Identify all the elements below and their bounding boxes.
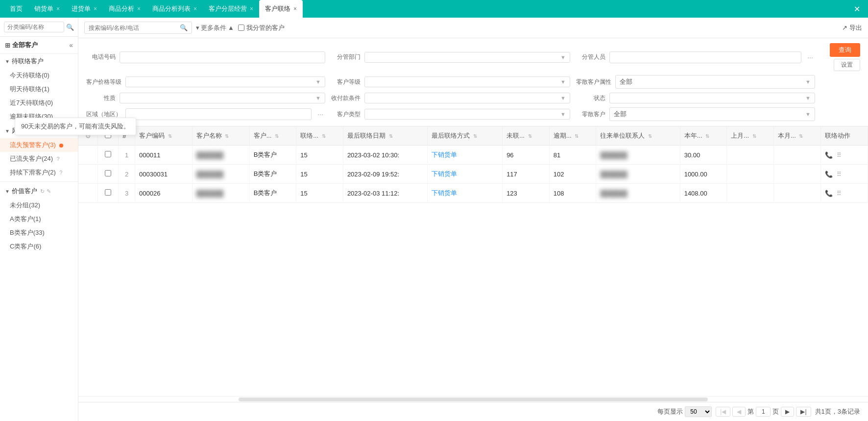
filter-field-customer-level: 客户等级 ▼ <box>331 76 570 87</box>
close-sales-tab[interactable]: × <box>56 5 60 12</box>
settings-button[interactable]: 设置 <box>834 59 860 71</box>
filter-search-icon[interactable]: 🔍 <box>180 24 188 31</box>
close-analysis-list-tab[interactable]: × <box>193 5 197 12</box>
region-dots-icon[interactable]: ··· <box>315 110 325 118</box>
table-area: ⚙ # 客户编码 ⇅ 客户名称 ⇅ <box>78 126 868 396</box>
tab-customer-contact[interactable]: 客户联络 × <box>259 0 303 18</box>
last-contact-method-column-header[interactable]: 最后联络方式 ⇅ <box>428 126 503 146</box>
horizontal-scrollbar[interactable] <box>78 396 868 402</box>
sidebar-item-7days[interactable]: 近7天待联络(0) <box>0 96 78 110</box>
value-refresh-icon[interactable]: ↻ <box>40 188 45 195</box>
export-button[interactable]: ↗ 导出 <box>842 24 862 32</box>
customer-level-dropdown[interactable]: ▼ <box>364 76 570 87</box>
last-page-button[interactable]: ▶| <box>796 407 811 417</box>
triangle-icon-value: ▼ <box>5 189 10 194</box>
sidebar-item-today[interactable]: 今天待联络(0) <box>0 69 78 82</box>
scrollbar-thumb[interactable] <box>239 397 708 401</box>
sidebar-group-pending-header[interactable]: ▼ 待联络客户 <box>0 54 78 69</box>
tab-analysis[interactable]: 商品分析 × <box>103 0 146 18</box>
phone-input[interactable] <box>120 51 325 63</box>
contact-method-link-0[interactable]: 下销货单 <box>432 151 457 158</box>
close-contact-tab[interactable]: × <box>293 5 297 12</box>
class-column-header[interactable]: 客户... ⇅ <box>249 126 296 146</box>
next-page-button[interactable]: ▶ <box>781 407 794 417</box>
sidebar-collapse-icon[interactable]: « <box>69 41 73 49</box>
close-segments-tab[interactable]: × <box>250 5 253 12</box>
name-column-header[interactable]: 客户名称 ⇅ <box>192 126 249 146</box>
action-more-icon-1[interactable]: ⠿ <box>837 171 842 178</box>
price-level-dropdown[interactable]: ▼ <box>125 76 325 87</box>
overdue-column-header[interactable]: 逾期... ⇅ <box>549 126 596 146</box>
action-contact-icon-0[interactable]: 📞 <box>825 151 833 159</box>
row-select-checkbox-0[interactable] <box>105 151 111 157</box>
my-customers-checkbox[interactable] <box>238 25 244 31</box>
triangle-icon: ▼ <box>5 59 10 64</box>
page-size-select[interactable]: 50 100 200 <box>685 406 712 417</box>
dept-dropdown[interactable]: ▼ <box>364 52 570 63</box>
churned-help-icon[interactable]: ? <box>56 156 59 162</box>
last-month-column-header[interactable]: 上月... ⇅ <box>727 126 774 146</box>
action-contact-icon-2[interactable]: 📞 <box>825 190 833 197</box>
query-button[interactable]: 查询 <box>830 43 860 57</box>
declining-help-icon[interactable]: ? <box>59 170 62 175</box>
sidebar-item-declining[interactable]: 持续下滑客户(2) ? <box>0 166 78 179</box>
this-year-column-header[interactable]: 本年... ⇅ <box>680 126 727 146</box>
sidebar-group-value-header[interactable]: ▼ 价值客户 ↻ ✎ <box>0 184 78 198</box>
value-edit-icon[interactable]: ✎ <box>47 188 51 195</box>
action-contact-icon-1[interactable]: 📞 <box>825 171 833 178</box>
row-code-2: 000026 <box>135 184 193 203</box>
filter-search-input[interactable] <box>89 25 180 31</box>
close-window-icon[interactable]: ✕ <box>850 4 864 14</box>
prev-page-button[interactable]: ◀ <box>732 407 746 417</box>
filter-row-2: 客户价格等级 ▼ 客户等级 ▼ 零散客户属性 全部 <box>86 75 860 89</box>
contact-column-header[interactable]: 联络... ⇅ <box>296 126 343 146</box>
tab-sales[interactable]: 销货单 × <box>28 0 66 18</box>
row-date-2: 2023-02-03 11:12: <box>343 184 427 203</box>
contact-method-link-1[interactable]: 下销货单 <box>432 170 457 177</box>
sidebar-item-class-a[interactable]: A类客户(1) <box>0 212 78 226</box>
sidebar-item-unassigned[interactable]: 未分组(32) <box>0 198 78 212</box>
tab-purchase[interactable]: 进货单 × <box>66 0 103 18</box>
tab-analysis-list[interactable]: 商品分析列表 × <box>146 0 203 18</box>
nature-dropdown[interactable]: ▼ <box>120 93 325 103</box>
action-more-icon-2[interactable]: ⠿ <box>837 190 842 197</box>
sidebar-search-input[interactable] <box>4 22 64 32</box>
sidebar-all-customers[interactable]: ⊞ 全部客户 « <box>0 37 78 54</box>
code-column-header[interactable]: 客户编码 ⇅ <box>135 126 193 146</box>
status-dropdown[interactable]: ▼ <box>609 93 815 103</box>
zero-sale-dropdown[interactable]: 全部 ▼ <box>609 107 815 121</box>
filter-my-customers[interactable]: 我分管的客户 <box>238 24 285 32</box>
last-contact-date-column-header[interactable]: 最后联络日期 ⇅ <box>343 126 427 146</box>
tab-customer-segments[interactable]: 客户分层经营 × <box>203 0 259 18</box>
sidebar-search-icon[interactable]: 🔍 <box>66 24 74 31</box>
manager-input[interactable] <box>609 51 801 63</box>
customer-type-dropdown[interactable]: ▼ <box>364 109 570 120</box>
payment-dropdown[interactable]: ▼ <box>364 93 570 103</box>
filter-more-conditions[interactable]: ▾ 更多条件 ▲ <box>196 24 234 32</box>
sidebar-item-tomorrow[interactable]: 明天待联络(1) <box>0 82 78 96</box>
unit-contact-column-header[interactable]: 往来单位联系人 ⇅ <box>596 126 680 146</box>
sidebar-group-risk: ▼ 风险客户 90天未交易的客户，可能有流失风险。 流失预警客户(3) 已流失客… <box>0 124 78 179</box>
tab-home[interactable]: 首页 <box>4 4 28 13</box>
action-more-icon-0[interactable]: ⠿ <box>837 151 842 159</box>
table-container: ⚙ # 客户编码 ⇅ 客户名称 ⇅ <box>78 126 868 203</box>
uncontacted-column-header[interactable]: 未联... ⇅ <box>503 126 550 146</box>
dept-label: 分管部门 <box>331 53 361 61</box>
manager-dots-icon[interactable]: ··· <box>805 53 815 61</box>
first-page-button[interactable]: |◀ <box>716 407 730 417</box>
region-input[interactable] <box>125 108 312 120</box>
contact-method-link-2[interactable]: 下销货单 <box>432 189 457 197</box>
sidebar-item-class-c[interactable]: C类客户(6) <box>0 240 78 253</box>
table-row: 3 000026 ██████ B类客户 15 2023-02-03 11:12… <box>78 184 868 203</box>
close-purchase-tab[interactable]: × <box>94 5 97 12</box>
close-analysis-tab[interactable]: × <box>137 5 141 12</box>
row-select-checkbox-1[interactable] <box>105 170 111 176</box>
sidebar-item-class-b[interactable]: B类客户(33) <box>0 226 78 240</box>
payment-arrow-icon: ▼ <box>560 95 566 101</box>
sidebar-item-churn-warning[interactable]: 流失预警客户(3) <box>0 138 78 152</box>
this-month-column-header[interactable]: 本月... ⇅ <box>773 126 820 146</box>
row-select-checkbox-2[interactable] <box>105 189 111 196</box>
sidebar-item-churned[interactable]: 已流失客户(24) ? <box>0 152 78 166</box>
zero-sale-attr-dropdown[interactable]: 全部 ▼ <box>615 75 815 89</box>
row-unit-contact-0: ██████ <box>596 146 680 165</box>
